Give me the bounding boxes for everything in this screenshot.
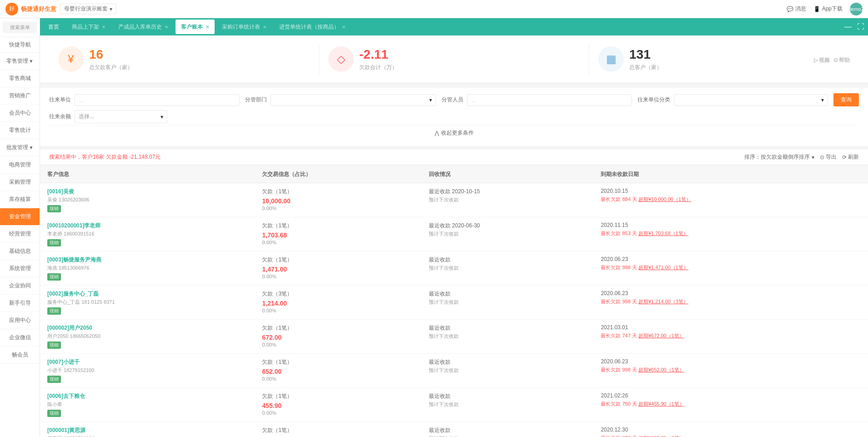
debt-percent: 0.00% <box>262 206 414 211</box>
sidebar-item-retail-stats[interactable]: 零售统计 <box>0 122 40 139</box>
customer-name-link[interactable]: [0016]吴俊 <box>47 188 247 196</box>
debt-amount[interactable]: 672.00 <box>262 334 414 341</box>
debt-info-cell: 欠款（1笔） 10,000.00 0.00% <box>255 183 421 217</box>
stat-value-total-customers: 131 <box>629 47 662 62</box>
balance-select[interactable]: 选择... ▾ <box>75 110 167 123</box>
sidebar-item-quick-nav[interactable]: 快捷导航 <box>0 37 40 53</box>
tab-purchase-order[interactable]: 采购订单统计表 ✕ <box>216 20 272 34</box>
close-icon[interactable]: ✕ <box>206 25 209 30</box>
debt-amount[interactable]: 1,471.00 <box>262 266 414 273</box>
sidebar-item-retail-mgmt[interactable]: 零售管理 ▼ <box>0 53 40 70</box>
top-bar: 好 畅捷通好生意 母婴行业演示账套 ▾ 💬 消息 📱 App下载 demo2 <box>0 0 868 18</box>
sidebar-item-enterprise-wechat[interactable]: 企业微信 <box>0 329 40 347</box>
overdue-link[interactable]: 超期¥1,703.68（1笔） <box>638 231 688 236</box>
debt-amount[interactable]: 455.90 <box>262 402 414 409</box>
maximize-icon[interactable]: ⛶ <box>855 23 866 31</box>
close-icon[interactable]: ✕ <box>263 25 266 30</box>
customer-tag: 现销 <box>47 205 61 212</box>
help-button[interactable]: ⊙ 帮助 <box>833 56 850 64</box>
phone-icon: 📱 <box>813 6 820 12</box>
search-menu-button[interactable]: 搜索菜单 <box>3 22 37 33</box>
debt-amount[interactable]: 1,703.68 <box>262 231 414 239</box>
sort-select[interactable]: 排序：按欠款金额倒序排序 ▾ <box>744 153 814 161</box>
overdue-link[interactable]: 超期¥455.90（1笔） <box>638 401 684 407</box>
stat-value-debt-total: -2.11 <box>359 47 397 62</box>
person-input[interactable]: ... <box>467 94 632 106</box>
stat-card-debt-customers: ¥ 16 总欠款客户（家） <box>49 43 319 75</box>
sidebar-item-member-vip[interactable]: 畅会员 <box>0 347 40 364</box>
customer-contact: 海燕 18513066976 <box>47 265 247 271</box>
logo-text: 畅捷通好生意 <box>21 5 56 13</box>
filter-label-source-unit: 往来单位 <box>49 96 71 104</box>
recent-collection-date: 最近收款 <box>429 427 587 434</box>
next-collection-label: 预计下次收款 <box>429 231 587 237</box>
sidebar-item-new-guide[interactable]: 新手引导 <box>0 295 40 312</box>
stats-row: ¥ 16 总欠款客户（家） ◇ -2.11 欠款合计（万） ▦ <box>40 35 868 83</box>
customer-name-link[interactable]: [0002]服务中心_丁磊 <box>47 290 247 298</box>
sidebar-item-operations[interactable]: 经营管理 <box>0 226 40 243</box>
sidebar-item-retail-mall[interactable]: 零售商城 <box>0 70 40 87</box>
debt-amount[interactable]: 652.00 <box>262 368 414 375</box>
sidebar-item-app-center[interactable]: 应用中心 <box>0 312 40 329</box>
sidebar-item-finance[interactable]: 资金管理 <box>0 208 40 226</box>
tab-customer-account[interactable]: 客户账本 ✕ <box>176 20 215 34</box>
overdue-link[interactable]: 超期¥1,471.00（1笔） <box>638 265 688 270</box>
sidebar-item-basic-info[interactable]: 基础信息 <box>0 243 40 260</box>
user-avatar-button[interactable]: demo2 <box>850 3 863 15</box>
table-row: [00010200001]李老师 李老师 18600391516 现销 欠款（1… <box>40 217 868 251</box>
customer-name-link[interactable]: [000002]用户2050 <box>47 324 247 332</box>
debt-amount[interactable]: 10,000.00 <box>262 197 414 205</box>
repayment-cell: 最近收款 预计下次收款 <box>421 251 594 286</box>
due-date-cell: 2020.06.23 最长欠款 998 天 超期¥652.00（1笔） <box>593 354 868 388</box>
tab-production-history[interactable]: 产成品入库单历史 ✕ <box>113 20 174 34</box>
sidebar-item-inventory[interactable]: 库存核算 <box>0 191 40 208</box>
overdue-link[interactable]: 超期¥1,214.00（3笔） <box>638 299 688 304</box>
close-icon[interactable]: ✕ <box>342 25 346 30</box>
sidebar-item-purchase-mgmt[interactable]: 采购管理 <box>0 174 40 191</box>
refresh-button[interactable]: ⟳ 刷新 <box>842 153 859 161</box>
sidebar-item-marketing[interactable]: 营销推广 <box>0 87 40 105</box>
repayment-cell: 最近收款 2020-06-30 预计下次收款 <box>421 217 594 251</box>
stat-card-debt-total: ◇ -2.11 欠款合计（万） <box>319 43 589 75</box>
overdue-link[interactable]: 超期¥429.00（1笔） <box>638 435 684 437</box>
top-bar-right: 💬 消息 📱 App下载 demo2 <box>787 3 863 15</box>
dept-select[interactable]: ▾ <box>271 94 436 106</box>
due-date-value: 2020.06.23 <box>601 256 861 262</box>
minimize-icon[interactable]: — <box>843 23 853 31</box>
overdue-link[interactable]: 超期¥10,000.00（1笔） <box>638 196 691 202</box>
tab-home[interactable]: 首页 <box>43 20 65 34</box>
customer-name-link[interactable]: [0007]小进千 <box>47 358 247 366</box>
tab-product-shelf[interactable]: 商品上下架 ✕ <box>66 20 111 34</box>
overdue-info: 最长欠款 808 天 超期¥429.00（1笔） <box>601 435 861 437</box>
sidebar-item-ecommerce[interactable]: 电商管理 <box>0 156 40 174</box>
customer-name-link[interactable]: [0003]畅捷服务尹海燕 <box>47 256 247 264</box>
customer-name-link[interactable]: [00010200001]李老师 <box>47 222 247 230</box>
customer-tag: 现销 <box>47 307 61 315</box>
overdue-link[interactable]: 超期¥672.00（1笔） <box>638 333 684 338</box>
building-icon: ▦ <box>598 46 624 72</box>
collapse-button[interactable]: ⋀ 收起更多条件 <box>431 127 477 139</box>
close-icon[interactable]: ✕ <box>102 25 105 30</box>
message-button[interactable]: 💬 消息 <box>787 5 806 13</box>
export-button[interactable]: ⊙ 导出 <box>820 153 837 161</box>
sidebar-item-enterprise-coop[interactable]: 企业协同 <box>0 277 40 295</box>
data-table: 客户信息 欠交易信息（占比） 回收情况 到期未收款日期 [0016]吴俊 吴俊 … <box>40 166 868 437</box>
sidebar-item-batch-mgmt[interactable]: 批发管理 ▼ <box>0 139 40 156</box>
close-icon[interactable]: ✕ <box>165 25 168 30</box>
unit-category-select[interactable]: ▾ <box>674 94 828 106</box>
table-row: [0016]吴俊 吴俊 13026203696 现销 欠款（1笔） 10,000… <box>40 183 868 217</box>
source-unit-input[interactable]: ... <box>75 94 240 106</box>
chevron-down-icon: ▾ <box>429 97 432 103</box>
store-selector[interactable]: 母婴行业演示账套 ▾ <box>60 4 116 14</box>
video-button[interactable]: ▷ 视频 <box>814 56 830 64</box>
tab-stock-stats[interactable]: 进货单统计表（按商品） ✕ <box>274 20 351 34</box>
customer-name-link[interactable]: [000001]黄思源 <box>47 427 247 434</box>
sidebar-item-members[interactable]: 会员中心 <box>0 105 40 122</box>
sidebar-item-system[interactable]: 系统管理 <box>0 260 40 277</box>
filter-person: 分管人员 ... <box>442 94 632 106</box>
debt-amount[interactable]: 1,214.00 <box>262 300 414 307</box>
overdue-link[interactable]: 超期¥652.00（1笔） <box>638 367 684 372</box>
search-button[interactable]: 查询 <box>833 93 859 106</box>
customer-name-link[interactable]: [0006]去下粮仓 <box>47 392 247 400</box>
app-download-button[interactable]: 📱 App下载 <box>813 5 843 13</box>
